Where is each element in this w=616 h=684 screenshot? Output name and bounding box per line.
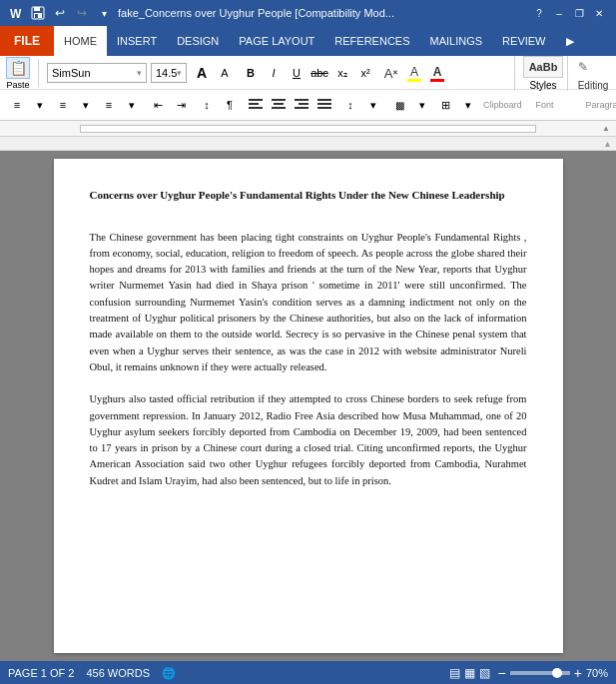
font-size-value: 14.5 — [156, 67, 177, 79]
menu-insert[interactable]: INSERT — [107, 26, 167, 56]
align-left-btn[interactable] — [245, 95, 267, 115]
menu-references[interactable]: REFERENCES — [324, 26, 419, 56]
align-right-btn[interactable] — [291, 95, 312, 115]
line-spacing-chevron[interactable]: ▾ — [362, 95, 384, 115]
document-paragraph-1[interactable]: The Chinese government has been placing … — [90, 230, 527, 375]
section-label: ▴ — [0, 137, 616, 151]
svg-rect-18 — [317, 107, 331, 109]
font-color-btn[interactable]: A — [426, 63, 448, 83]
font-size-down-btn[interactable]: A — [214, 63, 236, 83]
svg-rect-10 — [272, 99, 286, 101]
document-paragraph-2[interactable]: Uyghurs also tasted official retribution… — [90, 391, 527, 489]
shading-btn[interactable]: ▩ — [388, 95, 410, 115]
ordered-list-chevron[interactable]: ▾ — [75, 95, 97, 115]
subscript-btn[interactable]: x₂ — [331, 63, 353, 83]
svg-rect-7 — [249, 99, 263, 101]
decrease-indent-btn[interactable]: ⇤ — [147, 95, 169, 115]
page[interactable]: Concerns over Uyghur People's Fundamenta… — [54, 159, 563, 653]
title-text: fake_Concerns over Uyghur People [Compat… — [118, 7, 394, 19]
font-name-dropdown[interactable]: SimSun ▾ — [47, 63, 147, 83]
view-web-btn[interactable]: ▦ — [464, 666, 475, 680]
list-buttons: ≡ ▾ ≡ ▾ ≡ ▾ — [6, 95, 143, 115]
styles-icon: AaBb — [523, 56, 563, 78]
svg-rect-12 — [272, 107, 286, 109]
line-spacing-btn[interactable]: ↕ — [339, 95, 361, 115]
title-bar: W ↩ ↪ ▾ fake_Concerns over Uyghur People… — [0, 0, 616, 26]
menu-page-layout[interactable]: PAGE LAYOUT — [229, 26, 324, 56]
undo-icon[interactable]: ↩ — [52, 5, 68, 21]
unordered-list-btn[interactable]: ≡ — [6, 95, 28, 115]
menu-design[interactable]: DESIGN — [167, 26, 229, 56]
borders-chevron[interactable]: ▾ — [457, 95, 479, 115]
shading-buttons: ▩ ▾ ⊞ ▾ — [388, 95, 479, 115]
font-size-dropdown[interactable]: 14.5 ▾ — [151, 63, 187, 83]
underline-btn[interactable]: U — [286, 63, 308, 83]
status-left: PAGE 1 OF 2 456 WORDS 🌐 — [8, 667, 176, 680]
strikethrough-btn[interactable]: abc — [308, 63, 330, 83]
editing-section[interactable]: ✎ Editing — [567, 56, 610, 91]
editing-icon: ✎ — [576, 56, 610, 78]
superscript-btn[interactable]: x² — [354, 63, 376, 83]
font-name-chevron: ▾ — [137, 68, 142, 78]
menu-more[interactable]: ▶ — [556, 26, 584, 56]
para-buttons: ↕ ¶ — [196, 95, 241, 115]
format-buttons: B I U abc x₂ x² — [240, 63, 376, 83]
save-icon[interactable] — [30, 5, 46, 21]
unordered-list-chevron[interactable]: ▾ — [29, 95, 51, 115]
close-btn[interactable]: ✕ — [590, 4, 608, 22]
ruler — [80, 125, 536, 133]
shading-chevron[interactable]: ▾ — [411, 95, 433, 115]
zoom-plus-btn[interactable]: + — [574, 665, 582, 681]
sort-btn[interactable]: ↕ — [196, 95, 218, 115]
view-draft-btn[interactable]: ▧ — [479, 666, 490, 680]
increase-indent-btn[interactable]: ⇥ — [170, 95, 192, 115]
paste-label: Paste — [6, 80, 29, 90]
word-icon: W — [8, 5, 24, 21]
highlight-btn[interactable]: A — [403, 63, 425, 83]
title-bar-left: W ↩ ↪ ▾ fake_Concerns over Uyghur People… — [8, 5, 394, 21]
font-size-buttons: A A — [191, 63, 236, 83]
svg-rect-15 — [295, 107, 308, 109]
svg-rect-16 — [317, 99, 331, 101]
font-size-chevron: ▾ — [177, 68, 182, 78]
ruler-area: ▲ — [0, 121, 616, 137]
zoom-level[interactable]: 70% — [586, 667, 608, 679]
view-icons: ▤ ▦ ▧ — [449, 666, 490, 680]
font-size-up-btn[interactable]: A — [191, 63, 213, 83]
menu-bar: FILE HOME INSERT DESIGN PAGE LAYOUT REFE… — [0, 26, 616, 56]
minimize-btn[interactable]: – — [550, 4, 568, 22]
clear-format-btn[interactable]: A ✕ — [380, 63, 402, 83]
multilevel-list-chevron[interactable]: ▾ — [121, 95, 143, 115]
zoom-slider[interactable] — [510, 671, 570, 675]
view-print-btn[interactable]: ▤ — [449, 666, 460, 680]
show-marks-btn[interactable]: ¶ — [219, 95, 241, 115]
help-btn[interactable]: ? — [530, 4, 548, 22]
italic-btn[interactable]: I — [263, 63, 285, 83]
menu-home[interactable]: HOME — [54, 26, 107, 56]
bold-btn[interactable]: B — [240, 63, 262, 83]
color-buttons: A ✕ A A — [380, 63, 448, 83]
align-justify-btn[interactable] — [313, 95, 335, 115]
menu-mailings[interactable]: MAILINGS — [420, 26, 493, 56]
expand-icon[interactable]: ▴ — [605, 138, 610, 149]
ribbon-row2: ≡ ▾ ≡ ▾ ≡ ▾ ⇤ ⇥ ↕ ¶ — [0, 90, 616, 120]
ordered-list-btn[interactable]: ≡ — [52, 95, 74, 115]
zoom-minus-btn[interactable]: − — [498, 665, 506, 681]
menu-review[interactable]: REVIEW — [492, 26, 555, 56]
spacing-buttons: ↕ ▾ — [339, 95, 384, 115]
ruler-toggle-btn[interactable]: ▲ — [600, 121, 612, 136]
align-center-btn[interactable] — [268, 95, 290, 115]
word-count: 456 WORDS — [86, 667, 150, 679]
styles-section[interactable]: AaBb Styles — [514, 56, 563, 91]
borders-btn[interactable]: ⊞ — [434, 95, 456, 115]
customize-icon[interactable]: ▾ — [96, 5, 112, 21]
status-bar: PAGE 1 OF 2 456 WORDS 🌐 ▤ ▦ ▧ − + 70% — [0, 661, 616, 684]
file-menu-btn[interactable]: FILE — [0, 26, 54, 56]
restore-btn[interactable]: ❐ — [570, 4, 588, 22]
paste-button[interactable]: 📋 Paste — [6, 57, 30, 90]
redo-icon[interactable]: ↪ — [74, 5, 90, 21]
language-icon[interactable]: 🌐 — [162, 667, 176, 680]
paste-icon: 📋 — [6, 57, 30, 79]
font-name-value: SimSun — [52, 67, 91, 79]
multilevel-list-btn[interactable]: ≡ — [98, 95, 120, 115]
